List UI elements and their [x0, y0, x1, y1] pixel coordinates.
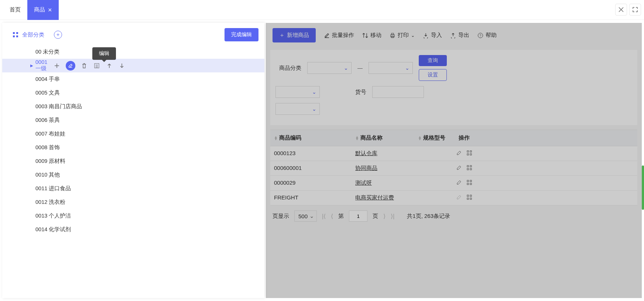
tree-item[interactable]: 00 未分类	[2, 45, 264, 59]
edit-tooltip: 编辑	[92, 47, 116, 60]
import-button[interactable]: 导入	[423, 32, 442, 39]
import-icon	[423, 33, 429, 38]
filter-select-b[interactable]: ⌄	[275, 103, 320, 115]
cell-name[interactable]: 电商买家付运费	[352, 191, 414, 205]
print-icon	[390, 33, 395, 38]
top-tab-bar: 首页 商品 ×	[0, 0, 644, 20]
filter-sku-input[interactable]	[372, 86, 424, 98]
tree-item[interactable]: 0010 其他	[2, 168, 264, 182]
filter-category-select[interactable]: ⌄	[307, 62, 352, 74]
th-code[interactable]: ▲▼商品编码	[270, 130, 352, 146]
cell-name[interactable]: 默认仓库	[352, 146, 414, 161]
finish-edit-button[interactable]: 完成编辑	[225, 28, 258, 41]
row-edit-icon[interactable]	[456, 165, 462, 171]
plus-icon: ＋	[279, 32, 285, 39]
close-icon[interactable]: ×	[48, 7, 52, 13]
row-edit-icon[interactable]	[456, 150, 462, 156]
category-tree[interactable]: 00 未分类▶0001 一级0004 手串0005 文具0003 南昌门店商品0…	[2, 45, 264, 298]
svg-rect-12	[470, 168, 472, 170]
move-label: 移动	[370, 32, 381, 39]
tab-product[interactable]: 商品 ×	[27, 0, 59, 20]
prev-page-icon[interactable]: ⟨	[331, 213, 333, 220]
svg-rect-9	[467, 165, 469, 167]
cell-name[interactable]: 协同商品	[352, 161, 414, 175]
row-more-icon[interactable]	[466, 179, 472, 185]
filter-select-a[interactable]: ⌄	[275, 86, 320, 98]
svg-rect-21	[13, 32, 15, 34]
print-button[interactable]: 打印 ⌄	[390, 32, 415, 39]
table-header: ▲▼商品编码 ▲▼商品名称 ▲▼规格型号 操作	[270, 130, 637, 146]
import-label: 导入	[431, 32, 442, 39]
svg-rect-19	[467, 198, 469, 199]
tree-item[interactable]: 0007 布娃娃	[2, 127, 264, 141]
add-product-button[interactable]: ＋ 新增商品	[273, 28, 316, 42]
grid-icon	[13, 32, 18, 38]
batch-action-button[interactable]: 批量操作	[324, 32, 354, 39]
close-all-button[interactable]	[615, 4, 627, 16]
arrow-down-icon[interactable]	[118, 62, 126, 69]
add-icon[interactable]	[53, 62, 61, 69]
svg-rect-24	[16, 35, 18, 37]
tree-item[interactable]: 0003 南昌门店商品	[2, 100, 264, 113]
tree-item[interactable]: 0014 化学试剂	[2, 223, 264, 236]
side-indicator	[642, 165, 644, 210]
cell-actions	[448, 191, 481, 205]
svg-rect-1	[391, 33, 394, 35]
panel-header: 全部分类 ＋ 完成编辑	[2, 23, 264, 45]
svg-rect-8	[470, 154, 472, 155]
tree-item[interactable]: 0013 个人护洁	[2, 209, 264, 223]
page-prefix: 第	[338, 213, 344, 220]
page-suffix: 页	[373, 213, 378, 220]
tree-item[interactable]: 0011 进口食品	[2, 182, 264, 195]
tab-home[interactable]: 首页	[3, 0, 27, 20]
table-row: 0000123默认仓库	[270, 146, 637, 161]
cell-spec	[414, 146, 448, 161]
list-icon[interactable]	[93, 62, 100, 69]
filter-category-select-2[interactable]: ⌄	[369, 62, 413, 74]
cell-actions	[448, 161, 481, 175]
delete-icon[interactable]	[80, 62, 88, 69]
range-separator: —	[357, 65, 363, 71]
caret-icon[interactable]: ▶	[30, 64, 33, 68]
settings-button[interactable]: 设置	[419, 69, 447, 81]
svg-rect-15	[467, 183, 469, 185]
move-button[interactable]: 移动	[362, 32, 381, 39]
tree-item-label: 00 未分类	[35, 48, 59, 55]
cell-spec	[414, 191, 448, 205]
edit-icon[interactable]	[66, 61, 75, 71]
tree-item[interactable]: ▶0001 一级	[2, 59, 264, 72]
th-spec[interactable]: ▲▼规格型号	[414, 130, 448, 146]
x-icon	[619, 7, 624, 12]
next-page-icon[interactable]: ⟩	[383, 213, 386, 220]
add-category-button[interactable]: ＋	[54, 31, 62, 39]
cell-name[interactable]: 测试呀	[352, 176, 414, 190]
expand-icon	[633, 7, 638, 12]
row-more-icon[interactable]	[466, 165, 472, 171]
last-page-icon[interactable]: ⟩|	[391, 213, 394, 220]
svg-rect-17	[467, 195, 469, 196]
tree-item[interactable]: 0009 原材料	[2, 154, 264, 168]
page-input[interactable]	[349, 211, 367, 222]
tree-item[interactable]: 0004 手串	[2, 72, 264, 86]
query-button[interactable]: 查询	[419, 55, 447, 66]
export-button[interactable]: 导出	[450, 32, 469, 39]
fullscreen-button[interactable]	[629, 4, 641, 16]
tree-item[interactable]: 0005 文具	[2, 86, 264, 100]
row-edit-icon[interactable]	[456, 194, 462, 200]
svg-rect-5	[467, 151, 469, 152]
tree-item[interactable]: 0012 洗衣粉	[2, 195, 264, 209]
row-more-icon[interactable]	[466, 194, 472, 200]
per-page-select[interactable]: 500	[294, 211, 317, 222]
tree-item-label: 0006 茶具	[35, 117, 60, 124]
export-icon	[450, 33, 456, 38]
tree-item[interactable]: 0006 茶具	[2, 113, 264, 127]
row-more-icon[interactable]	[466, 150, 472, 156]
th-name[interactable]: ▲▼商品名称	[352, 130, 414, 146]
tree-item[interactable]: 0008 首饰	[2, 141, 264, 154]
cell-spec	[414, 176, 448, 190]
svg-rect-20	[470, 198, 472, 199]
first-page-icon[interactable]: |⟨	[322, 213, 326, 220]
arrow-up-icon[interactable]	[106, 62, 113, 69]
row-edit-icon[interactable]	[456, 179, 462, 185]
help-button[interactable]: ? 帮助	[477, 32, 497, 39]
